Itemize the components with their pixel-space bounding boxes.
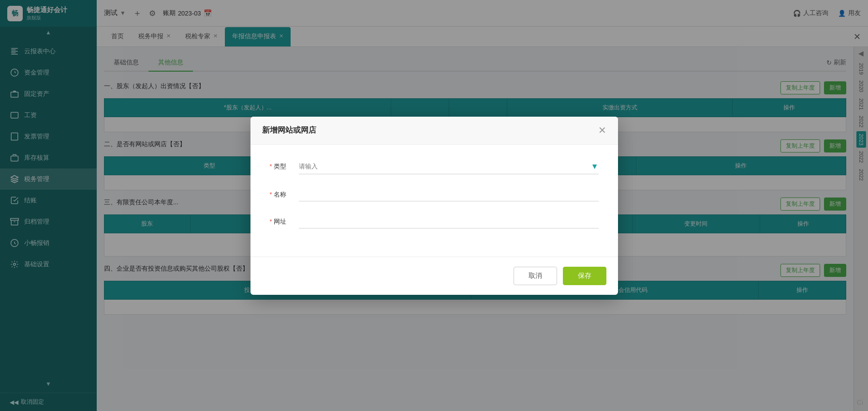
save-button[interactable]: 保存 bbox=[563, 267, 606, 285]
url-input[interactable] bbox=[299, 218, 599, 225]
form-field-type: * 类型 ▼ bbox=[270, 159, 599, 174]
name-label: * 名称 bbox=[270, 190, 299, 199]
cancel-button[interactable]: 取消 bbox=[514, 267, 557, 285]
add-website-modal: 新增网站或网店 ✕ * 类型 ▼ * 名称 bbox=[250, 117, 618, 295]
form-field-url: * 网址 bbox=[270, 215, 599, 228]
url-required-mark: * bbox=[270, 218, 272, 225]
modal-footer: 取消 保存 bbox=[250, 257, 618, 295]
modal-title: 新增网站或网店 bbox=[262, 125, 316, 136]
modal-header: 新增网站或网店 ✕ bbox=[250, 117, 618, 145]
modal-close-btn[interactable]: ✕ bbox=[598, 125, 606, 135]
type-input[interactable] bbox=[299, 163, 591, 170]
modal-body: * 类型 ▼ * 名称 bbox=[250, 145, 618, 257]
modal-overlay: 新增网站或网店 ✕ * 类型 ▼ * 名称 bbox=[0, 0, 868, 411]
url-input-wrapper bbox=[299, 215, 599, 228]
url-label: * 网址 bbox=[270, 217, 299, 226]
form-field-name: * 名称 bbox=[270, 188, 599, 201]
url-label-text: 网址 bbox=[274, 218, 286, 225]
type-label-text: 类型 bbox=[274, 163, 286, 170]
name-label-text: 名称 bbox=[274, 191, 286, 198]
type-input-wrapper: ▼ bbox=[299, 159, 599, 174]
name-required-mark: * bbox=[270, 191, 272, 198]
type-dropdown-icon[interactable]: ▼ bbox=[591, 162, 599, 171]
name-input-wrapper bbox=[299, 188, 599, 201]
name-input[interactable] bbox=[299, 191, 599, 198]
type-label: * 类型 bbox=[270, 162, 299, 171]
type-required-mark: * bbox=[270, 163, 272, 170]
